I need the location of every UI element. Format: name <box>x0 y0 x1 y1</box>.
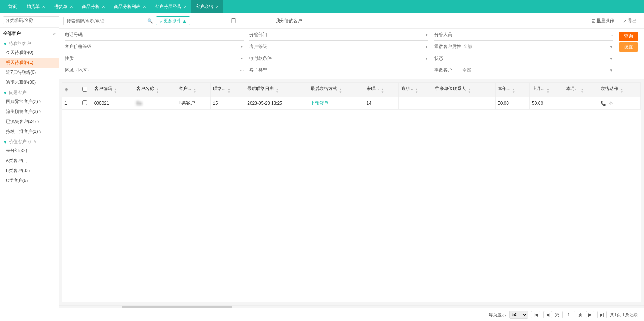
nav-tab-1-close[interactable]: ✕ <box>70 4 73 9</box>
sort-icon-method[interactable]: ▲▼ <box>339 88 342 94</box>
refresh-icon[interactable]: ↺ <box>28 139 32 145</box>
more-action-icon[interactable]: ⚙ <box>609 101 613 106</box>
sidebar-item-tomorrow-label: 明天待联络(1) <box>6 59 34 66</box>
contact-action-icon[interactable]: 📞 <box>601 101 606 106</box>
page-label: 第 <box>555 312 559 318</box>
retail-customer-label: 零散客户 <box>434 67 460 73</box>
sidebar-item-a-class[interactable]: A类客户(1) <box>0 156 59 166</box>
filter-retail-customer: 零散客户 全部 ▼ <box>434 67 613 76</box>
sidebar-item-b-class[interactable]: B类客户(33) <box>0 166 59 176</box>
payment-label: 收付款条件 <box>249 55 275 62</box>
customer-level-select[interactable]: ▼ <box>277 45 428 49</box>
nav-tab-2-close[interactable]: ✕ <box>102 4 105 9</box>
export-label: 导出 <box>628 18 637 24</box>
nav-tab-4[interactable]: 客户分层经营 ✕ <box>150 0 191 13</box>
row-last-contact-date: 2023-05-23 18:25: <box>245 97 308 110</box>
table-header-row: ⚙ 客户编码 ▲▼ 客户名称 ▲▼ <box>62 83 641 97</box>
sidebar-item-lost[interactable]: 已流失客户(24) ? <box>0 117 59 127</box>
price-level-select[interactable]: ▼ <box>94 45 244 49</box>
sort-icon-contact[interactable]: ▲▼ <box>227 88 230 94</box>
export-button[interactable]: ↗ 导出 <box>620 17 640 25</box>
row-checkbox[interactable] <box>82 100 87 105</box>
row-customer-type: B类客户 <box>176 97 211 110</box>
nav-tab-5-close[interactable]: ✕ <box>216 4 219 9</box>
my-customer-label: 我分管的客户 <box>276 18 302 24</box>
phone-input[interactable] <box>93 32 244 38</box>
sort-icon-overdue[interactable]: ▲▼ <box>415 88 418 94</box>
sidebar-item-overdue-contact[interactable]: 逾期未联络(30) <box>0 77 59 87</box>
sort-icon[interactable]: ▲▼ <box>114 88 117 94</box>
question-icon-0: ? <box>39 100 42 104</box>
region-select[interactable]: ··· <box>94 68 244 73</box>
sort-icon-no-contact[interactable]: ▲▼ <box>381 88 384 94</box>
sort-icon-type[interactable]: ▲▼ <box>193 88 196 94</box>
dept-select[interactable]: ▼ <box>277 33 428 37</box>
status-select[interactable]: ▼ <box>462 56 613 61</box>
retail-attr-select[interactable]: 全部 ▼ <box>463 44 613 50</box>
my-customer-checkbox-area[interactable]: 我分管的客户 <box>193 18 302 24</box>
person-dots-icon[interactable]: ··· <box>609 32 613 38</box>
sidebar-item-declining[interactable]: 持续下滑客户(2) ? <box>0 127 59 137</box>
settings-gear-icon[interactable]: ⚙ <box>64 87 69 92</box>
sort-icon-last-month[interactable]: ▲▼ <box>546 88 549 94</box>
search-submit-icon[interactable]: 🔍 <box>147 18 153 24</box>
nav-tab-5[interactable]: 客户联络 ✕ <box>191 0 223 13</box>
last-page-button[interactable]: ▶| <box>597 311 607 318</box>
my-customer-checkbox[interactable] <box>193 18 274 23</box>
nav-tab-0[interactable]: 销货单 ✕ <box>22 0 50 13</box>
sidebar-item-today-contact[interactable]: 今天待联络(0) <box>0 48 59 58</box>
row-actions: 📞 ⚙ <box>601 101 638 106</box>
sidebar-item-ungrouped[interactable]: 未分组(32) <box>0 146 59 156</box>
nature-select[interactable]: ▼ <box>93 56 244 61</box>
sort-icon-name[interactable]: ▲▼ <box>156 88 159 94</box>
nav-tab-1[interactable]: 进货单 ✕ <box>50 0 77 13</box>
col-overdue-label: 逾期... <box>401 86 413 91</box>
sidebar-item-repurchase-label: 回购异常客户(2) <box>6 99 38 105</box>
sidebar-item-c-class[interactable]: C类客户(6) <box>0 176 59 186</box>
last-contact-method-link[interactable]: 下销货单 <box>311 100 328 106</box>
page-number-input[interactable] <box>562 311 575 318</box>
sort-icon-year[interactable]: ▲▼ <box>512 88 515 94</box>
person-select[interactable]: ··· <box>462 32 613 38</box>
bulk-action-button[interactable]: ☑ 批量操作 <box>588 17 617 25</box>
prev-page-button[interactable]: ◀ <box>543 311 552 318</box>
next-page-button[interactable]: ▶ <box>586 311 594 318</box>
nav-tab-4-close[interactable]: ✕ <box>183 4 187 9</box>
nav-tab-3[interactable]: 商品分析列表 ✕ <box>109 0 150 13</box>
retail-customer-value: 全部 <box>462 67 471 73</box>
sort-icon-unit[interactable]: ▲▼ <box>468 88 471 94</box>
customer-table: ⚙ 客户编码 ▲▼ 客户名称 ▲▼ <box>62 83 641 110</box>
set-button[interactable]: 设置 <box>619 42 638 52</box>
sidebar-item-7days-contact[interactable]: 近7天待联络(0) <box>0 68 59 77</box>
nav-tab-2-label: 商品分析 <box>82 4 99 10</box>
select-all-checkbox[interactable] <box>82 87 87 92</box>
nav-tab-2[interactable]: 商品分析 ✕ <box>77 0 109 13</box>
col-contact: 联络... ▲▼ <box>211 83 245 97</box>
retail-customer-select[interactable]: 全部 ▼ <box>462 67 613 73</box>
nav-tab-3-close[interactable]: ✕ <box>143 4 146 9</box>
more-filter-button[interactable]: ▽ 更多条件 ▲ <box>156 16 190 25</box>
sort-icon-this-month[interactable]: ▲▼ <box>581 88 584 94</box>
all-customers-section: 全部客户 « <box>0 28 59 38</box>
per-page-select[interactable]: 50 100 200 <box>509 311 528 319</box>
edit-icon[interactable]: ✎ <box>33 139 37 145</box>
payment-select[interactable]: ▼ <box>277 56 428 61</box>
region-dots-icon[interactable]: ··· <box>240 68 244 73</box>
nav-tab-0-close[interactable]: ✕ <box>42 4 45 9</box>
nav-home[interactable]: 首页 <box>3 0 22 13</box>
total-records-label: 共1页 1条记录 <box>610 312 638 318</box>
col-checkbox <box>77 83 92 97</box>
horizontal-scrollbar[interactable] <box>59 305 644 308</box>
query-button[interactable]: 查询 <box>619 32 638 41</box>
col-action: 联络动作 ▲▼ <box>598 83 641 97</box>
question-icon-1: ? <box>39 110 42 114</box>
category-search-input[interactable] <box>3 16 59 24</box>
first-page-button[interactable]: |◀ <box>531 311 540 318</box>
sidebar-item-tomorrow-contact[interactable]: 明天待联络(1) <box>0 58 59 68</box>
collapse-icon[interactable]: « <box>53 31 56 37</box>
sort-icon-date[interactable]: ▲▼ <box>276 88 279 94</box>
sidebar-item-repurchase-abnormal[interactable]: 回购异常客户(2) ? <box>0 97 59 107</box>
search-input[interactable] <box>63 17 144 25</box>
sidebar-item-loss-warning[interactable]: 流失预警客户(3) ? <box>0 107 59 117</box>
sort-icon-action[interactable]: ▲▼ <box>620 88 623 94</box>
